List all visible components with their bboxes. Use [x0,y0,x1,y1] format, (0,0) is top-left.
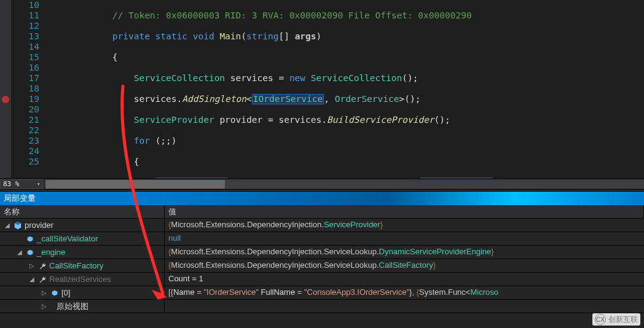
code-line: // Token: 0x06000003 RID: 3 RVA: 0x00002… [48,10,644,21]
line-number: 16 [11,63,48,73]
chevron-down-icon: ▾ [37,181,40,187]
var-name: _engine [37,248,65,257]
code-line: { [48,52,644,63]
line-number: 17 [11,73,48,84]
expand-toggle[interactable]: ◢ [4,222,11,228]
locals-header: 名称 值 [0,205,644,219]
locals-row-callsitevalidator[interactable]: _callSiteValidator null [0,232,644,246]
code-area[interactable]: // Token: 0x06000003 RID: 3 RVA: 0x00002… [48,0,644,178]
line-number: 12 [11,21,48,31]
line-number: 15 [11,52,48,63]
var-value: {Microsoft.Extensions.DependencyInjectio… [165,259,644,272]
editor-status-bar: 83 % ▾ [0,178,644,189]
object-icon [50,289,59,297]
locals-panel-title[interactable]: 局部变量 [0,192,644,205]
line-number: 20 [11,104,48,115]
var-name: provider [25,221,53,230]
expand-toggle[interactable]: ◢ [28,276,36,283]
locals-row-callsitefactory[interactable]: ▷ CallSiteFactory {Microsoft.Extensions.… [0,259,644,273]
code-line: ServiceCollection services = new Service… [48,73,644,84]
breakpoint-marker[interactable] [2,96,9,103]
property-icon [38,262,47,270]
line-number: 21 [11,115,48,125]
code-line: ServiceProvider provider = services.Buil… [48,115,644,125]
var-name: [0] [61,288,70,297]
locals-row-realizedservices[interactable]: ◢ RealizedServices Count = 1 [0,273,644,286]
expand-toggle[interactable]: ▷ [28,262,36,269]
locals-body[interactable]: ◢ provider {Microsoft.Extensions.Depende… [0,219,644,313]
var-value: {Microsoft.Extensions.DependencyInjectio… [165,219,644,232]
line-number: 13 [11,31,48,42]
horizontal-scrollbar[interactable] [45,180,644,189]
line-number: 19 [11,94,48,104]
var-value: [{Name = "IOrderService" FullName = "Con… [165,286,644,299]
var-name: 原始视图 [57,301,88,312]
line-number: 23 [11,136,48,146]
var-value: Count = 1 [165,273,644,286]
expand-toggle[interactable]: ▷ [41,289,48,296]
locals-row-item0[interactable]: ▷ [0] [{Name = "IOrderService" FullName … [0,286,644,300]
watermark-text: 创新互联 [608,314,638,325]
line-number: 14 [11,42,48,52]
var-name: _callSiteValidator [37,234,98,243]
property-icon [38,275,47,284]
watermark-logo-icon: CX [595,314,606,325]
line-number: 10 [11,0,48,10]
line-number: 25 [11,157,48,167]
line-number-gutter: 10 11 12 13 14 15 16 17 18 19 20 21 22 2… [11,0,48,178]
field-icon [26,248,34,257]
var-name: CallSiteFactory [49,261,103,270]
code-line: private static void Main(string[] args) [48,31,644,42]
zoom-dropdown[interactable]: 83 % ▾ [0,179,43,189]
line-number: 18 [11,84,48,94]
var-value: {Microsoft.Extensions.DependencyInjectio… [165,246,644,259]
breakpoint-gutter[interactable] [0,0,11,178]
code-line: IOrderService orderService = provider.Ge… [48,178,644,178]
zoom-value: 83 % [3,180,20,188]
code-editor[interactable]: 10 11 12 13 14 15 16 17 18 19 20 21 22 2… [0,0,644,178]
watermark: CX 创新互联 [592,313,640,326]
locals-panel[interactable]: 名称 值 ◢ provider {Microsoft.Extensions.De… [0,205,644,328]
code-line: services.AddSingleton<IOrderService, Ord… [48,94,644,104]
line-number: 22 [11,125,48,136]
line-number: 11 [11,10,48,21]
locals-row-provider[interactable]: ◢ provider {Microsoft.Extensions.Depende… [0,219,644,232]
line-number: 24 [11,146,48,157]
object-icon [14,221,22,230]
column-name[interactable]: 名称 [0,205,165,218]
locals-row-rawview[interactable]: ▷ 原始视图 [0,300,644,313]
code-line: { [48,157,644,167]
locals-row-engine[interactable]: ◢ _engine {Microsoft.Extensions.Dependen… [0,246,644,259]
column-value[interactable]: 值 [165,205,644,218]
var-value [165,300,644,313]
expand-toggle[interactable]: ◢ [16,249,23,256]
field-icon [26,235,34,243]
code-line: for (;;) [48,136,644,146]
expand-toggle[interactable]: ▷ [41,303,48,310]
var-name: RealizedServices [49,275,111,284]
var-value: null [165,232,644,245]
